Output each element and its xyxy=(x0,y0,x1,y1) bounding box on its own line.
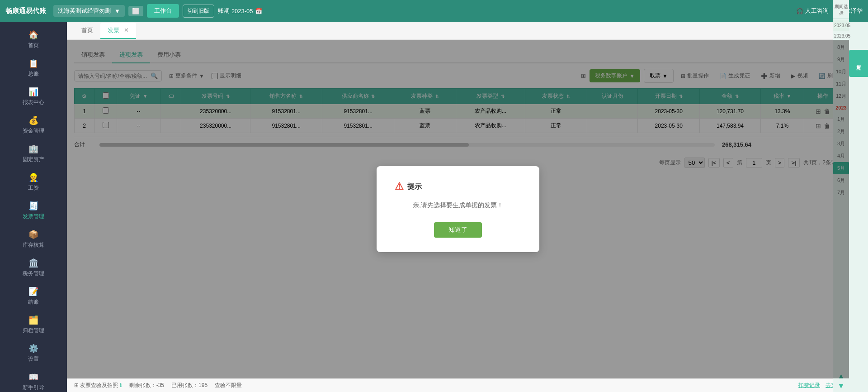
calendar-icon[interactable]: 📅 xyxy=(255,8,262,14)
sidebar-label-reports: 报表中心 xyxy=(23,99,44,106)
tax-icon: 🏛️ xyxy=(28,258,38,268)
sidebar-label-archive: 归档管理 xyxy=(23,327,44,335)
right-panel: 期间选择 2023.05 2023.05 8月 9月 10月 11月 12月 2… xyxy=(849,22,868,392)
warning-icon: ⚠ xyxy=(395,181,404,192)
period-label: 账期 xyxy=(218,7,230,15)
sidebar-label-ledger: 总账 xyxy=(28,70,39,78)
sidebar-item-archive[interactable]: 🗂️ 归档管理 xyxy=(0,311,67,339)
sidebar-label-finance: 资金管理 xyxy=(23,127,44,135)
sidebar-item-settings[interactable]: ⚙️ 设置 xyxy=(0,339,67,368)
inventory-icon: 📦 xyxy=(28,229,38,239)
copy-button[interactable]: ⬜ xyxy=(128,6,143,16)
sidebar-label-invoice: 发票管理 xyxy=(23,213,44,220)
sidebar-label-close: 结账 xyxy=(28,298,39,306)
company-name: 沈海英测试经营勿删 xyxy=(58,7,111,15)
close-tab-icon[interactable]: ✕ xyxy=(124,27,129,33)
sidebar-label-inventory: 库存核算 xyxy=(23,241,44,249)
sidebar-label-settings: 设置 xyxy=(28,355,39,363)
app-logo: 畅康通易代账 xyxy=(5,7,46,15)
payroll-icon: 👷 xyxy=(28,172,38,182)
content-area: 首页 发票 ✕ 销项发票 进项发票 费用小票 xyxy=(67,22,849,392)
switch-version-button[interactable]: 切到旧版 xyxy=(183,5,214,18)
service-button[interactable]: 🎧 人工咨询 xyxy=(796,7,829,15)
invoice-icon: 🧾 xyxy=(28,201,38,211)
archive-icon: 🗂️ xyxy=(28,315,38,325)
sidebar-item-inventory[interactable]: 📦 库存核算 xyxy=(0,225,67,253)
sidebar-item-ledger[interactable]: 📋 总账 xyxy=(0,54,67,82)
workspace-button[interactable]: 工作台 xyxy=(147,4,179,18)
sidebar-item-assets[interactable]: 🏢 固定资产 xyxy=(0,139,67,168)
reports-icon: 📊 xyxy=(28,87,38,97)
period-value: 2023-05 xyxy=(231,8,253,14)
sidebar-item-invoice[interactable]: 🧾 发票管理 xyxy=(0,196,67,225)
sidebar-item-finance[interactable]: 💰 资金管理 xyxy=(0,111,67,139)
ledger-icon: 📋 xyxy=(28,58,38,68)
remaining-label: 剩余张数：-35 xyxy=(129,382,164,389)
sidebar-label-payroll: 工资 xyxy=(28,184,39,192)
sidebar-item-reports[interactable]: 📊 报表中心 xyxy=(0,82,67,111)
sidebar-item-tax[interactable]: 🏛️ 税务管理 xyxy=(0,253,67,282)
top-bar: 畅康通易代账 沈海英测试经营勿删 ▼ ⬜ 工作台 切到旧版 账期 2023-05… xyxy=(0,0,868,22)
toggle-label: 宽屏▶ xyxy=(855,61,862,66)
modal-confirm-button[interactable]: 知道了 xyxy=(434,222,482,238)
check-label: ⊞ 发票查验及拍照 ℹ xyxy=(74,382,122,389)
sidebar-item-guide[interactable]: 📖 新手引导 xyxy=(0,368,67,392)
expand-down-button[interactable]: ▼ xyxy=(838,382,845,390)
modal-box: ⚠ 提示 亲,请先选择要生成单据的发票！ 知道了 xyxy=(377,166,539,252)
sidebar-label-home: 首页 xyxy=(28,42,39,49)
sidebar-label-guide: 新手引导 xyxy=(23,384,44,392)
settings-icon: ⚙️ xyxy=(28,344,38,354)
modal-overlay: ⚠ 提示 亲,请先选择要生成单据的发票！ 知道了 xyxy=(67,40,849,378)
tab-invoice[interactable]: 发票 ✕ xyxy=(100,23,136,39)
sidebar-item-payroll[interactable]: 👷 工资 xyxy=(0,168,67,196)
headset-icon: 🎧 xyxy=(796,8,803,14)
sidebar-label-tax: 税务管理 xyxy=(23,270,44,277)
used-label: 已用张数：195 xyxy=(171,382,208,389)
page-content: 销项发票 进项发票 费用小票 🔍 ⊞ xyxy=(67,40,849,378)
sidebar-label-assets: 固定资产 xyxy=(23,156,44,163)
close-books-icon: 📝 xyxy=(28,287,38,296)
query-label: 查验不限量 xyxy=(215,382,242,389)
tab-home[interactable]: 首页 xyxy=(74,23,100,39)
tab-bar: 首页 发票 ✕ xyxy=(67,22,849,40)
assets-icon: 🏢 xyxy=(28,144,38,154)
sidebar: 🏠 首页 📋 总账 📊 报表中心 💰 资金管理 🏢 固定资产 👷 工资 xyxy=(0,22,67,392)
home-icon: 🏠 xyxy=(28,30,38,40)
info-icon[interactable]: ℹ xyxy=(120,382,122,388)
chevron-down-icon: ▼ xyxy=(114,8,120,14)
modal-title: ⚠ 提示 xyxy=(395,181,521,192)
finance-icon: 💰 xyxy=(28,115,38,125)
wide-screen-toggle[interactable]: 宽屏▶ xyxy=(849,50,868,77)
top-right-actions: 🎧 人工咨询 👤 徐泽华 xyxy=(796,7,863,15)
company-selector[interactable]: 沈海英测试经营勿删 ▼ xyxy=(53,5,125,17)
guide-icon: 📖 xyxy=(28,372,38,382)
modal-message: 亲,请先选择要生成单据的发票！ xyxy=(395,201,521,210)
period-item-2023-05-1[interactable]: 2023.05 xyxy=(833,22,849,31)
bottom-bar: ⊞ 发票查验及拍照 ℹ 剩余张数：-35 已用张数：195 查验不限量 扣费记录… xyxy=(67,378,849,392)
sidebar-item-home[interactable]: 🏠 首页 xyxy=(0,25,67,54)
check-icon: ⊞ xyxy=(74,382,79,388)
sidebar-item-close[interactable]: 📝 结账 xyxy=(0,282,67,311)
bind-record-link[interactable]: 扣费记录 xyxy=(798,382,820,389)
